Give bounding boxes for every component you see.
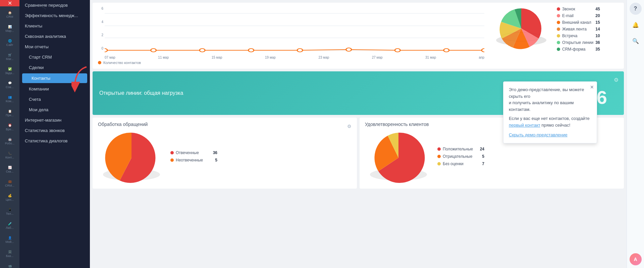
chart-card-obrabotka-settings[interactable]: ⚙ — [347, 124, 352, 129]
svg-point-9 — [346, 48, 352, 51]
menu-item-kontakty[interactable]: Контакты — [22, 73, 87, 83]
sidebar-item-vre[interactable]: ⏰ Вре... — [0, 120, 19, 134]
menu-item-stat-zvonkov[interactable]: Статистика звонков — [19, 125, 90, 136]
pie-obrabotka-svg — [98, 131, 165, 185]
lab-icon: 🧪 — [8, 222, 12, 225]
sait-icon: 🌐 — [8, 39, 12, 43]
legend-udovletvorennost: Положительные 24 Отрицательные 5 Без оце… — [437, 147, 484, 169]
sidebar-item-tel[interactable]: 📱 Тел... — [0, 205, 19, 219]
svg-point-11 — [444, 49, 449, 52]
menu-item-sravnenie[interactable]: Сравнение периодов — [19, 0, 90, 10]
vid-icon: 📹 — [8, 264, 12, 268]
skv-icon: 📈 — [8, 166, 12, 169]
menu-item-stat-dialogov[interactable]: Статистика диалогов — [19, 136, 90, 146]
sidebar-item-tsen[interactable]: 💰 Цен... — [0, 191, 19, 205]
sov-icon: 💬 — [8, 81, 12, 85]
pie-udovletvorennost-svg — [365, 131, 432, 185]
line-chart-svg: 07 мар 11 мар 15 мар 19 мар 23 мар 27 ма… — [105, 7, 484, 59]
line-chart-area: 6 4 2 0 — [98, 7, 484, 65]
crm-icon: 🏠 — [8, 11, 12, 14]
sidebar-item-zad[interactable]: ✅ Зада... — [0, 64, 19, 78]
avatar-container: А — [630, 253, 642, 265]
chart-card-udovletvorennost-title: Удовлетворенность клиентов — [365, 122, 429, 127]
svg-point-8 — [297, 49, 303, 52]
menu-item-effektivnost[interactable]: Эффективность менедж... — [19, 10, 90, 21]
main-content: 6 4 2 0 — [90, 0, 627, 268]
menu-item-skvoznaya[interactable]: Сквозная аналитика — [19, 31, 90, 42]
menu-item-moi-otchety[interactable]: Мои отчеты — [19, 42, 90, 52]
mar-icon: 📊 — [8, 25, 12, 28]
svg-point-10 — [395, 49, 400, 52]
sidebar-item-kom[interactable]: 👥 Ком... — [0, 92, 19, 106]
baz-icon: 🗄️ — [8, 250, 12, 254]
menu-item-scheta[interactable]: Счета — [19, 94, 90, 105]
sidebar-item-vid[interactable]: 📹 Вид... — [0, 261, 19, 268]
teal-section: Открытые линии: общая нагрузка ⚙ 36 ✕ Эт… — [93, 71, 624, 115]
tsen-icon: 💰 — [8, 194, 12, 197]
sidebar-dark: ✕ 🏠 CRM 📊 Мар... 🌐 Сайт 🛒 Маг... ✅ Зада.… — [0, 0, 19, 268]
close-button[interactable]: ✕ — [0, 0, 19, 6]
tooltip-hide-link[interactable]: Скрыть демо-представление — [509, 132, 591, 138]
svg-point-12 — [482, 49, 484, 52]
pie-chart-top: Звонок 45 E-mail 20 Внешний канал 15 Жив… — [491, 7, 619, 65]
help-button[interactable]: ? — [630, 3, 642, 15]
search-button[interactable]: 🔍 — [630, 35, 642, 47]
crm2-icon: 💼 — [8, 180, 12, 183]
chart-card-obrabotka-title: Обработка обращений — [98, 122, 148, 127]
moi-icon: 👤 — [8, 236, 12, 240]
y-axis: 6 4 2 0 — [98, 7, 105, 50]
pie-legend-top: Звонок 45 E-mail 20 Внешний канал 15 Жив… — [557, 7, 600, 54]
line-chart-section: 6 4 2 0 — [93, 3, 624, 69]
vre-icon: ⏰ — [8, 124, 12, 127]
pri-icon: 📋 — [8, 110, 12, 113]
sidebar-item-crm2[interactable]: 💼 CRM... — [0, 177, 19, 191]
menu-item-internet-magazin[interactable]: Интернет-магазин — [19, 115, 90, 125]
gear-button[interactable]: ⚙ — [614, 77, 619, 83]
sidebar-item-skv[interactable]: 📈 Скв... — [0, 162, 19, 177]
chart-legend: Количество контактов — [98, 61, 484, 65]
sidebar-item-sait[interactable]: 🌐 Сайт — [0, 36, 19, 50]
sidebar-item-sov[interactable]: 💬 Сов... — [0, 78, 19, 92]
pie-svg-top — [491, 7, 551, 50]
chart-obrabotka-inner: Отвеченные 36 Неотвеченные 5 — [98, 131, 352, 185]
sidebar-menu: ↖ Сравнение периодов Эффективность менед… — [19, 0, 90, 268]
kom-icon: 👥 — [8, 95, 12, 99]
svg-point-4 — [105, 49, 107, 52]
sidebar-item-mag[interactable]: 🛒 Маг... — [0, 50, 19, 64]
teal-section-title: Открытые линии: общая нагрузка — [99, 90, 183, 96]
notification-button[interactable]: 🔔 — [630, 19, 642, 31]
sidebar-item-lab[interactable]: 🧪 Лаб... — [0, 219, 19, 233]
svg-point-5 — [151, 49, 156, 52]
menu-item-sdelki[interactable]: Сделки — [19, 62, 90, 73]
menu-item-kompanii[interactable]: Компании — [19, 84, 90, 94]
legend-dot — [98, 61, 101, 64]
menu-item-start-crm[interactable]: Старт CRM — [19, 52, 90, 62]
sidebar-item-kont[interactable]: 📞 Конт... — [0, 148, 19, 162]
svg-point-6 — [200, 49, 205, 52]
sidebar-right: ? 🔔 🔍 А — [627, 0, 644, 268]
kont-icon: 📞 — [8, 152, 12, 155]
rob-icon: 🤖 — [8, 138, 12, 141]
tooltip-first-contact-link[interactable]: первый контакт — [509, 123, 540, 128]
sidebar-item-pri[interactable]: 📋 При... — [0, 106, 19, 120]
sidebar-item-mar[interactable]: 📊 Мар... — [0, 22, 19, 36]
menu-item-moi-dela[interactable]: Мои дела — [19, 105, 90, 115]
tooltip-close-button[interactable]: ✕ — [590, 84, 594, 90]
tooltip-popup: ✕ Это демо-представление, вы можете скры… — [503, 81, 597, 143]
menu-item-klienty[interactable]: Клиенты — [19, 21, 90, 31]
tooltip-text: Это демо-представление, вы можете скрыть… — [509, 86, 591, 113]
sidebar-item-moi[interactable]: 👤 Мой... — [0, 233, 19, 247]
svg-point-7 — [249, 49, 254, 52]
sidebar-item-rob[interactable]: 🤖 Робо... — [0, 134, 19, 148]
user-avatar[interactable]: А — [630, 253, 642, 265]
sidebar-item-crm[interactable]: 🏠 CRM — [0, 8, 19, 22]
tooltip-text2: Если у вас еще нет контактов, создайте п… — [509, 115, 591, 128]
sidebar-item-baz[interactable]: 🗄️ Баз... — [0, 247, 19, 261]
mag-icon: 🛒 — [8, 53, 12, 57]
chart-card-obrabotka: Обработка обращений ⚙ — [93, 118, 357, 189]
zad-icon: ✅ — [8, 67, 12, 71]
tel-icon: 📱 — [8, 208, 12, 211]
legend-obrabotka: Отвеченные 36 Неотвеченные 5 — [170, 150, 217, 165]
